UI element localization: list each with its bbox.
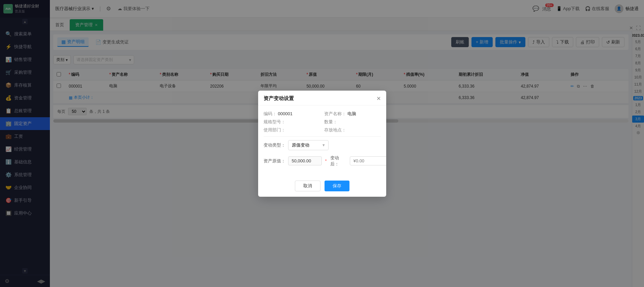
modal-code-item: 编码： 000001 bbox=[264, 111, 320, 117]
modal-asset-name-item: 资产名称： 电脑 bbox=[324, 111, 381, 117]
modal-asset-name-value: 电脑 bbox=[347, 111, 356, 117]
modal-spec-item: 规格型号： bbox=[264, 119, 320, 125]
modal-dept-item: 使用部门： bbox=[264, 127, 320, 133]
modal-header: 资产变动设置 ✕ bbox=[258, 91, 386, 105]
modal-original-value: 50,000.00 bbox=[288, 156, 322, 165]
modal-close-btn[interactable]: ✕ bbox=[376, 95, 381, 102]
after-change-label: 变动后： bbox=[330, 155, 347, 167]
modal-title: 资产变动设置 bbox=[264, 95, 294, 102]
modal-quantity-item: 数量： bbox=[324, 119, 381, 125]
change-type-select[interactable]: 原值变动 ▾ bbox=[288, 140, 329, 150]
modal-footer: 取消 保存 bbox=[258, 177, 386, 197]
modal-original-value-row: 资产原值： 50,000.00 * 变动后： bbox=[264, 155, 381, 167]
modal-overlay[interactable]: 资产变动设置 ✕ 编码： 000001 资产名称： 电脑 规格型号： 数量： bbox=[0, 0, 644, 287]
modal-change-type-row: 变动类型： 原值变动 ▾ bbox=[264, 140, 381, 150]
modal-code-value: 000001 bbox=[278, 111, 293, 116]
save-button[interactable]: 保存 bbox=[325, 181, 349, 191]
modal-location-item: 存放地点： bbox=[324, 127, 381, 133]
required-mark: * bbox=[325, 158, 327, 163]
modal-divider bbox=[264, 136, 381, 137]
asset-change-modal: 资产变动设置 ✕ 编码： 000001 资产名称： 电脑 规格型号： 数量： bbox=[258, 91, 386, 197]
modal-info-grid: 编码： 000001 资产名称： 电脑 规格型号： 数量： 使用部门： bbox=[264, 111, 381, 133]
after-change-input[interactable] bbox=[350, 156, 386, 165]
modal-body: 编码： 000001 资产名称： 电脑 规格型号： 数量： 使用部门： bbox=[258, 105, 386, 177]
select-chevron-icon: ▾ bbox=[323, 142, 325, 148]
cancel-button[interactable]: 取消 bbox=[295, 181, 320, 191]
